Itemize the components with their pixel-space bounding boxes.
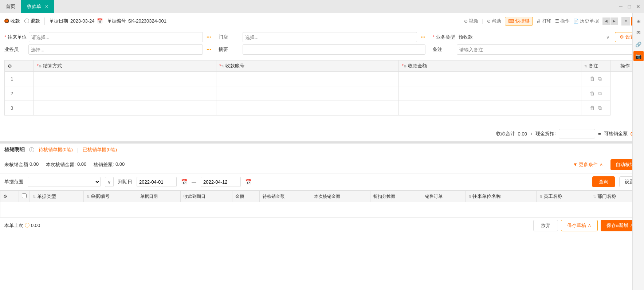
cell-settlement-3[interactable] xyxy=(19,101,34,115)
minimize-button[interactable]: ─ xyxy=(618,4,624,9)
date-from-input[interactable] xyxy=(137,177,177,187)
business-type-dropdown[interactable]: ∨ xyxy=(606,35,610,40)
camera-sidebar-icon[interactable]: 📷 xyxy=(633,51,644,61)
close-button[interactable]: ✕ xyxy=(635,4,641,9)
cell-amount-1[interactable] xyxy=(216,72,399,86)
cell-amount-3[interactable] xyxy=(216,101,399,115)
operation-link[interactable]: ☰ 操作 xyxy=(555,18,570,24)
bcol-gear[interactable]: ⚙ xyxy=(0,191,19,202)
range-label: 单据范围 xyxy=(4,179,23,185)
select-all-checkbox[interactable] xyxy=(22,193,27,198)
unchecked-value: 0.00 xyxy=(30,161,39,168)
range-select[interactable] xyxy=(28,177,101,187)
verify-stats: 未核销金额 0.00 本次核销金额: 0.00 核销差额: 0.00 ▼ 更多条… xyxy=(0,156,644,173)
staff-input[interactable] xyxy=(28,44,203,55)
maximize-button[interactable]: □ xyxy=(627,4,632,9)
due-date-label: 到期日 xyxy=(118,179,132,185)
col-settlement[interactable]: *⇅ 结算方式 xyxy=(34,60,216,72)
bottom-header-row: ⚙ ⇅ 单据类型 ⇅ 单据编号 单据日期 收款到期日 金额 待核销金额 本次核销… xyxy=(0,191,644,202)
summary-input[interactable] xyxy=(243,44,425,55)
window-controls: ─ □ ✕ xyxy=(615,4,644,9)
remark-input[interactable] xyxy=(457,44,640,55)
col-amount[interactable]: *⇅ 收款金额 xyxy=(399,60,581,72)
number-field: 单据编号 SK-20230324-001 xyxy=(107,18,167,24)
staff-more-btn[interactable]: ··· xyxy=(207,46,211,53)
mail-sidebar-icon[interactable]: ✉ xyxy=(633,28,644,38)
range-dropdown-btn[interactable]: ∨ xyxy=(105,177,114,187)
copy-row-3-icon[interactable]: ⧉ xyxy=(598,105,602,111)
shop-more-btn[interactable]: ··· xyxy=(421,34,425,40)
bcol-discount: 折扣分摊额 xyxy=(370,191,422,202)
receipt-radio[interactable] xyxy=(4,19,9,23)
history-link[interactable]: 📄 历史单据 xyxy=(573,18,599,24)
save-draft-button[interactable]: 保存草稿 ∧ xyxy=(561,220,598,231)
refund-radio[interactable] xyxy=(24,19,29,23)
tab-home[interactable]: 首页 xyxy=(0,0,21,13)
cell-settlement-1[interactable] xyxy=(19,72,34,86)
col-account[interactable]: *⇅ 收款账号 xyxy=(216,60,399,72)
cell-account-2[interactable] xyxy=(34,86,216,101)
cal-from-icon[interactable]: 📅 xyxy=(181,179,187,185)
link-sidebar-icon[interactable]: 🔗 xyxy=(633,39,644,50)
date-to-input[interactable] xyxy=(201,177,241,187)
diff-value: 0.00 xyxy=(115,161,125,168)
cell-remark-3[interactable] xyxy=(399,101,581,115)
bcol-current: 本次核销金额 xyxy=(311,191,370,202)
print-link[interactable]: 🖨 打印 xyxy=(537,18,551,24)
col-gear[interactable]: ⚙ xyxy=(5,60,19,72)
cell-remark-2[interactable] xyxy=(399,86,581,101)
prev-arrow[interactable]: ◀ xyxy=(602,17,610,25)
copy-row-1-icon[interactable]: ⧉ xyxy=(598,76,602,82)
bcol-checkbox[interactable] xyxy=(19,191,30,202)
abandon-button[interactable]: 放弃 xyxy=(533,220,558,231)
video-link[interactable]: ⊙ 视频 xyxy=(464,18,478,24)
copy-row-2-icon[interactable]: ⧉ xyxy=(598,90,602,96)
table-row: 3 🗑 ⧉ xyxy=(5,101,640,115)
delete-row-2-icon[interactable]: 🗑 xyxy=(590,90,595,96)
list-view-btn[interactable]: ≡ xyxy=(621,17,630,26)
bcol-staff-name[interactable]: ⇅ 员工名称 xyxy=(537,191,590,202)
staff-label: 业务员 xyxy=(4,46,26,53)
total-label: 收款合计 xyxy=(496,130,515,137)
shortcut-link[interactable]: ⌨ 快捷键 xyxy=(505,17,533,26)
verify-info-icon[interactable]: i xyxy=(29,147,34,152)
more-conditions-btn[interactable]: ▼ 更多条件 ∧ xyxy=(573,161,603,168)
pending-tab[interactable]: 待核销单据(0笔) xyxy=(39,146,73,153)
refund-radio-label[interactable]: 退款 xyxy=(24,18,40,24)
table-sidebar-icon[interactable]: ⊞ xyxy=(633,16,644,26)
close-tab-icon[interactable]: ✕ xyxy=(45,4,48,9)
vendor-input[interactable] xyxy=(29,32,203,42)
bcol-sales-order: 销售订单 xyxy=(422,191,465,202)
calendar-icon[interactable]: 📅 xyxy=(97,18,103,24)
cell-remark-1[interactable] xyxy=(399,72,581,86)
cal-to-icon[interactable]: 📅 xyxy=(245,179,251,185)
shop-label: 门店 xyxy=(219,34,240,40)
tab-receipt[interactable]: 收款单 ✕ xyxy=(21,0,54,13)
next-arrow[interactable]: ▶ xyxy=(610,17,618,25)
table-row: 1 🗑 ⧉ xyxy=(5,72,640,86)
bcol-doc-date: 单据日期 xyxy=(137,191,181,202)
shop-input[interactable] xyxy=(243,32,417,42)
receipt-radio-label[interactable]: 收款 xyxy=(4,18,20,24)
bcol-doc-type[interactable]: ⇅ 单据类型 xyxy=(30,191,83,202)
delete-row-3-icon[interactable]: 🗑 xyxy=(590,105,595,111)
cell-amount-2[interactable] xyxy=(216,86,399,101)
col-remark[interactable]: ⇅ 备注 xyxy=(581,60,610,72)
discount-input[interactable] xyxy=(559,129,595,138)
form-row-1: * 往来单位 ··· 门店 ··· * 业务类型 预收款 ∨ ⚙ 设置 xyxy=(4,32,640,42)
help-link[interactable]: ⊙ 帮助 xyxy=(487,18,501,24)
verification-section: 核销明细 i 待核销单据(0笔) | 已核销单据(0笔) 未核销金额 0.00 … xyxy=(0,144,644,217)
delete-row-1-icon[interactable]: 🗑 xyxy=(590,76,595,82)
query-button[interactable]: 查询 xyxy=(592,176,615,187)
vendor-more-btn[interactable]: ··· xyxy=(207,34,211,40)
verify-header: 核销明细 i 待核销单据(0笔) | 已核销单据(0笔) xyxy=(0,144,644,156)
staff-field: 业务员 ··· xyxy=(4,44,211,55)
cell-account-3[interactable] xyxy=(34,101,216,115)
cell-settlement-2[interactable] xyxy=(19,86,34,101)
cell-account-1[interactable] xyxy=(34,72,216,86)
footer: 本单上次 ⓘ 0.00 放弃 保存草稿 ∧ 保存&新增 ∧ xyxy=(0,217,644,233)
bcol-vendor-name[interactable]: ⇅ 往来单位名称 xyxy=(465,191,536,202)
bcol-doc-num[interactable]: ⇅ 单据编号 xyxy=(83,191,137,202)
footer-info-icon[interactable]: ⓘ xyxy=(25,222,30,229)
completed-tab[interactable]: 已核销单据(0笔) xyxy=(83,146,117,153)
